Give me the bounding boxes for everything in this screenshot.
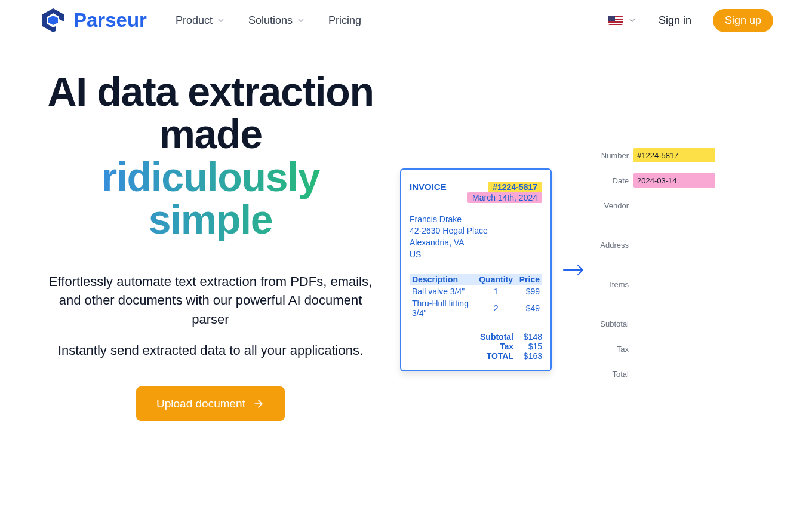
field-total-label: Total bbox=[596, 370, 629, 379]
invoice-totals: Subtotal$148 Tax$15 TOTAL$163 bbox=[410, 332, 542, 361]
field-tax-value bbox=[633, 342, 715, 356]
field-items-label: Items bbox=[596, 280, 629, 289]
upload-button-label: Upload document bbox=[156, 397, 245, 410]
invoice-card: INVOICE #1224-5817 March 14th, 2024 Fran… bbox=[400, 168, 552, 371]
table-row: Thru-Hull fitting 3/4" 2 $49 bbox=[410, 297, 542, 319]
signin-link[interactable]: Sign in bbox=[659, 14, 691, 27]
invoice-title: INVOICE bbox=[410, 182, 447, 192]
page-header: Parseur Product Solutions Pricing Sign i… bbox=[0, 0, 812, 41]
header-right: Sign in Sign up bbox=[608, 9, 773, 32]
field-subtotal-label: Subtotal bbox=[596, 320, 629, 328]
flag-us-icon bbox=[608, 16, 623, 25]
field-number-value: #1224-5817 bbox=[633, 148, 715, 162]
hero-title-line1: AI data extraction made bbox=[39, 70, 382, 156]
tax-label: Tax bbox=[481, 342, 513, 351]
subtotal-label: Subtotal bbox=[480, 332, 513, 342]
invoice-number-chip: #1224-5817 bbox=[488, 182, 542, 192]
extracted-fields: Number #1224-5817 Date 2024-03-14 Vendor… bbox=[596, 148, 715, 392]
field-vendor-value bbox=[633, 198, 715, 213]
cell-desc: Thru-Hull fitting 3/4" bbox=[410, 297, 476, 319]
logo-icon bbox=[39, 6, 67, 35]
field-date-value: 2024-03-14 bbox=[633, 173, 715, 188]
cell-price: $99 bbox=[515, 285, 542, 297]
arrow-right-icon bbox=[562, 263, 585, 277]
field-number-label: Number bbox=[596, 151, 629, 160]
nav-solutions[interactable]: Solutions bbox=[248, 14, 306, 27]
hero-section: AI data extraction made ridiculously sim… bbox=[0, 41, 812, 421]
primary-nav: Product Solutions Pricing bbox=[176, 14, 361, 27]
cell-qty: 2 bbox=[476, 297, 515, 319]
nav-product[interactable]: Product bbox=[176, 14, 226, 27]
vendor-country: US bbox=[410, 249, 542, 261]
vendor-name: Francis Drake bbox=[410, 214, 542, 226]
field-subtotal-value bbox=[633, 317, 715, 331]
hero-copy: AI data extraction made ridiculously sim… bbox=[39, 70, 382, 421]
chevron-down-icon bbox=[628, 16, 637, 25]
field-items-value bbox=[633, 277, 715, 291]
nav-pricing-label: Pricing bbox=[328, 14, 361, 27]
nav-pricing[interactable]: Pricing bbox=[328, 14, 361, 27]
field-address-label: Address bbox=[596, 241, 629, 250]
chevron-down-icon bbox=[296, 16, 306, 25]
signup-button[interactable]: Sign up bbox=[713, 9, 773, 32]
arrow-right-icon bbox=[253, 398, 264, 410]
hero-title: AI data extraction made ridiculously sim… bbox=[39, 70, 382, 241]
cell-qty: 1 bbox=[476, 285, 515, 297]
cell-price: $49 bbox=[515, 297, 542, 319]
field-date-label: Date bbox=[596, 176, 629, 185]
chevron-down-icon bbox=[216, 16, 226, 25]
vendor-addr2: Alexandria, VA bbox=[410, 237, 542, 249]
nav-product-label: Product bbox=[176, 14, 213, 27]
th-quantity: Quantity bbox=[476, 274, 515, 285]
invoice-date-chip: March 14th, 2024 bbox=[467, 192, 542, 203]
total-label: TOTAL bbox=[481, 351, 513, 361]
hero-sub2: Instantly send extracted data to all you… bbox=[39, 341, 382, 360]
table-row: Ball valve 3/4" 1 $99 bbox=[410, 285, 542, 297]
upload-document-button[interactable]: Upload document bbox=[136, 386, 285, 421]
hero-illustration: INVOICE #1224-5817 March 14th, 2024 Fran… bbox=[400, 70, 773, 421]
invoice-vendor-block: Francis Drake 42-2630 Hegal Place Alexan… bbox=[410, 214, 542, 260]
logo-link[interactable]: Parseur bbox=[39, 6, 147, 35]
vendor-addr1: 42-2630 Hegal Place bbox=[410, 225, 542, 237]
field-tax-label: Tax bbox=[596, 345, 629, 354]
field-total-value bbox=[633, 367, 715, 381]
invoice-items-table: Description Quantity Price Ball valve 3/… bbox=[410, 274, 542, 319]
subtotal-value: $148 bbox=[519, 332, 542, 342]
hero-title-line2: ridiculously simple bbox=[39, 156, 382, 241]
nav-solutions-label: Solutions bbox=[248, 14, 293, 27]
tax-value: $15 bbox=[519, 342, 542, 351]
field-address-value bbox=[633, 238, 715, 252]
th-description: Description bbox=[410, 274, 476, 285]
logo-text: Parseur bbox=[73, 9, 147, 32]
total-value: $163 bbox=[519, 351, 542, 361]
field-vendor-label: Vendor bbox=[596, 201, 629, 210]
language-switcher[interactable] bbox=[608, 16, 637, 25]
hero-sub1: Effortlessly automate text extraction fr… bbox=[39, 272, 382, 330]
th-price: Price bbox=[515, 274, 542, 285]
cell-desc: Ball valve 3/4" bbox=[410, 285, 476, 297]
